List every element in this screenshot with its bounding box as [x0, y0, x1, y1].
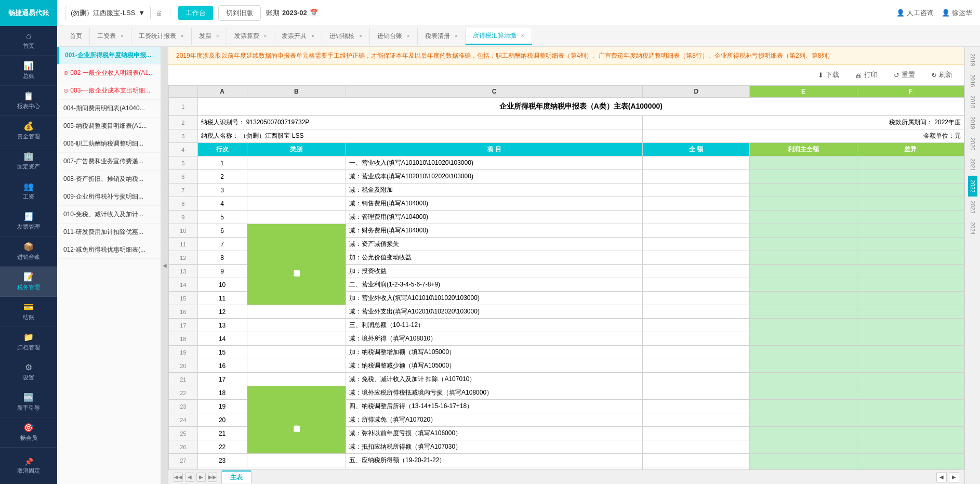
reset-button[interactable]: ↺ 重置: [890, 68, 919, 82]
tab-close-salary-stats[interactable]: ×: [181, 33, 184, 39]
column-header-row: 4 行次 类别 项 目 全 额 利润主全额 差异: [169, 143, 964, 156]
tab-ledger[interactable]: 进销台账×: [370, 28, 418, 45]
tab-invoice-issue[interactable]: 发票开具×: [274, 28, 322, 45]
tab-close-audit[interactable]: ×: [359, 33, 362, 39]
sidebar-item-home[interactable]: ⌂ 首页: [0, 26, 57, 56]
tabbar: 首页 工资表× 工资统计报表× 发票× 发票算费× 发票开具× 进销稽核× 进销…: [57, 26, 980, 47]
print-icon[interactable]: 🖨: [156, 9, 162, 17]
download-button[interactable]: ⬇ 下载: [814, 68, 843, 82]
tab-invoice[interactable]: 发票×: [192, 28, 227, 45]
pin-button[interactable]: 📌 取消固定: [0, 453, 57, 479]
sidebar-item-salary[interactable]: 👥 工资: [0, 176, 57, 206]
left-item-007[interactable]: 007-广告费和业务宣传费递...: [57, 153, 161, 171]
tab-salary-stats[interactable]: 工资统计报表×: [131, 28, 192, 45]
left-item-002[interactable]: ⊙ 002-一般企业收入明细表(A1...: [57, 64, 161, 82]
tab-home[interactable]: 首页: [62, 28, 90, 45]
tab-close-tax-list[interactable]: ×: [455, 33, 458, 39]
tab-close-income-tax[interactable]: ×: [521, 33, 524, 38]
print-button[interactable]: 🖨 打印: [851, 68, 882, 82]
year-item-2020[interactable]: 2020: [970, 134, 976, 154]
tab-close-invoice-issue[interactable]: ×: [311, 33, 314, 39]
sidebar-item-assets[interactable]: 🏢 固定资产: [0, 146, 57, 176]
download-label: 下载: [826, 70, 839, 80]
table-row: 10 6 利润总额计算 减：财务费用(填写A104000): [169, 224, 964, 238]
sheet-tab-main[interactable]: 主表: [221, 470, 251, 483]
left-item-008[interactable]: 008-资产折旧、摊销及纳税...: [57, 171, 161, 188]
taxpayer-name-value: （勿删）江西服宝-LSS: [240, 132, 304, 139]
year-item-2018[interactable]: 2018: [970, 91, 976, 112]
sheet-nav-prev[interactable]: ◀: [185, 473, 194, 482]
year-item-2016[interactable]: 2016: [970, 70, 976, 91]
sidebar-item-archive[interactable]: 📁 归档管理: [0, 327, 57, 357]
sidebar-item-settings[interactable]: ⚙ 设置: [0, 357, 57, 387]
sidebar-item-label: 总账: [23, 72, 34, 80]
sheet-nav: ◀◀ ◀ ▶ ▶▶: [174, 473, 217, 482]
sidebar-item-guide[interactable]: 🆕 新手引导: [0, 387, 57, 417]
year-item-2019a[interactable]: 2019: [970, 49, 976, 70]
pin-label: 取消固定: [17, 467, 40, 475]
sidebar-item-invoice[interactable]: 🧾 发票管理: [0, 206, 57, 237]
tab-close-invoice[interactable]: ×: [216, 33, 219, 39]
sidebar-item-ledger[interactable]: 📊 总账: [0, 56, 57, 86]
sidebar-item-finance[interactable]: 💰 资金管理: [0, 116, 57, 146]
spreadsheet-container[interactable]: A B C D E F 1 企业所得税年度纳税申报表（A类）主表(A100000…: [168, 85, 964, 469]
table-row: 27 23 五、应纳税所得额（19-20-21-22）: [169, 454, 964, 467]
archive-icon: 📁: [23, 332, 34, 342]
tab-close-salary[interactable]: ×: [121, 33, 124, 39]
collapse-button[interactable]: ◀: [161, 47, 168, 484]
left-item-011[interactable]: 011-研发费用加计扣除优惠...: [57, 224, 161, 241]
left-item-001[interactable]: 001-企业所得税年度纳税申报...: [57, 47, 161, 64]
category-taxable-calc: 应纳税所得额计算: [247, 386, 346, 454]
sheet-nav-next[interactable]: ▶: [196, 473, 206, 482]
col-head-quane: 全 额: [643, 143, 750, 156]
refresh-icon: ↻: [931, 71, 937, 79]
company-selector[interactable]: (勿删）江西服宝-LSS ▼: [65, 6, 151, 20]
year-item-2019b[interactable]: 2019: [970, 112, 976, 133]
left-item-004[interactable]: 004-期间费用明细表(A1040...: [57, 100, 161, 117]
period-label: 账期: [266, 8, 280, 18]
user-info[interactable]: 👤 徐运华: [942, 8, 972, 18]
tab-income-tax[interactable]: 所得税汇算清缴×: [466, 28, 532, 45]
app-logo: 畅捷通易代账: [0, 0, 57, 26]
workbench-button[interactable]: 工作台: [178, 6, 213, 20]
scroll-right-arrow[interactable]: ▶: [949, 472, 959, 482]
year-item-2023[interactable]: 2023: [970, 197, 976, 217]
year-item-2021[interactable]: 2021: [970, 154, 976, 175]
left-item-005[interactable]: 005-纳税调整项目明细表(A1...: [57, 117, 161, 135]
sidebar-item-checkout[interactable]: 💳 结账: [0, 297, 57, 327]
taxpayer-name-label: 纳税人名称：: [201, 132, 239, 139]
download-icon: ⬇: [818, 71, 824, 79]
tab-tax-list[interactable]: 税表清册×: [418, 28, 466, 45]
refresh-button[interactable]: ↻ 刷新: [927, 68, 957, 82]
tab-invoice-fee[interactable]: 发票算费×: [227, 28, 275, 45]
sidebar-item-label: 畅会员: [20, 434, 37, 442]
tab-close-invoice-fee[interactable]: ×: [264, 33, 267, 39]
sidebar-item-label: 发票管理: [17, 223, 40, 231]
assets-icon: 🏢: [23, 151, 34, 161]
left-item-010[interactable]: 010-免税、减计收入及加计...: [57, 206, 161, 224]
left-item-006[interactable]: 006-职工薪酬纳税调整明细...: [57, 135, 161, 153]
scroll-left-arrow[interactable]: ◀: [936, 472, 947, 482]
year-item-2022[interactable]: 2022: [968, 176, 977, 197]
year-item-2024[interactable]: 2024: [970, 218, 976, 239]
tab-audit[interactable]: 进销稽核×: [322, 28, 370, 45]
sidebar-item-reports[interactable]: 📋 报表中心: [0, 86, 57, 116]
sidebar-item-tax[interactable]: 📝 税务管理: [0, 267, 57, 297]
member-icon: 🎯: [23, 423, 34, 433]
left-item-012[interactable]: 012-减免所得税优惠明细表(...: [57, 241, 161, 259]
switch-old-button[interactable]: 切到旧版: [218, 5, 261, 21]
content-area: 001-企业所得税年度纳税申报... ⊙ 002-一般企业收入明细表(A1...…: [57, 47, 980, 484]
left-item-003[interactable]: ⊙ 003-一般企业成本支出明细...: [57, 82, 161, 100]
sidebar-item-member[interactable]: 🎯 畅会员: [0, 417, 57, 448]
category-profit-calc: 利润总额计算: [247, 224, 346, 305]
sheet-nav-last[interactable]: ▶▶: [208, 473, 217, 482]
sheet-nav-first[interactable]: ◀◀: [174, 473, 183, 482]
left-item-009[interactable]: 009-企业所得税补亏损明细...: [57, 188, 161, 206]
tab-close-ledger[interactable]: ×: [407, 33, 410, 39]
ai-consult-button[interactable]: 👤 人工咨询: [896, 8, 934, 18]
col-header-c: C: [346, 86, 643, 98]
tab-salary[interactable]: 工资表×: [90, 28, 131, 45]
taxpayer-id-value: 91320500703719732P: [246, 119, 309, 126]
sidebar-item-purchase-sales[interactable]: 📦 进销台账: [0, 237, 57, 267]
ledger-icon: 📊: [23, 61, 34, 71]
